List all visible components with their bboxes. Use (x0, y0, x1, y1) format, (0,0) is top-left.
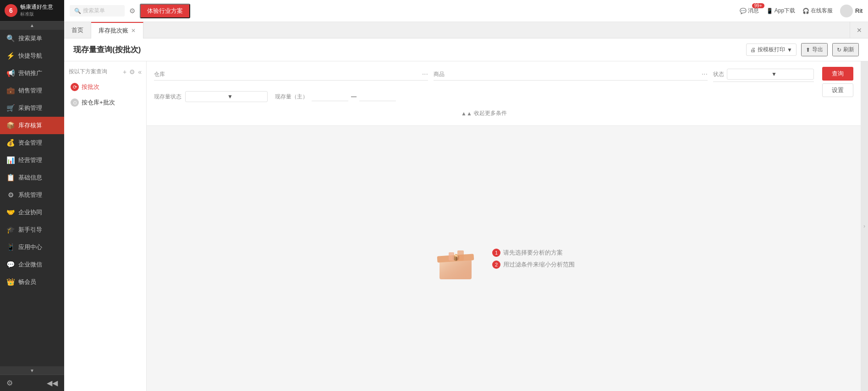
topbar: 🔍 搜索菜单 ⚙ 体验行业方案 💬 消息 99+ 📱 App下载 🎧 在线客服 … (64, 0, 868, 22)
tip-2-num: 2 (492, 261, 500, 269)
tab-home-label: 首页 (71, 26, 83, 34)
empty-tips: 1 请先选择要分析的方案 2 用过滤条件来缩小分析范围 (492, 249, 575, 269)
inventory-status-select[interactable]: ▼ (185, 91, 268, 102)
status-label: 状态 (713, 71, 724, 78)
sidebar-item-system[interactable]: ⚙ 系统管理 (0, 186, 64, 204)
system-icon: ⚙ (6, 191, 15, 199)
collapse-panel-icon[interactable]: « (138, 68, 142, 76)
template-print-label: 按模板打印 (758, 46, 785, 54)
inventory-qty-filter: 现存量（主） — (275, 92, 396, 101)
management-icon: 📊 (6, 156, 15, 164)
dropdown-arrow-icon: ▼ (787, 47, 792, 53)
company-name: 畅康通好生意 (20, 4, 53, 11)
filter-actions: 查询 设置 (822, 67, 853, 97)
refresh-button[interactable]: ↻ 刷新 (832, 43, 859, 56)
tab-batch-ledger[interactable]: 库存批次账 ✕ (91, 22, 143, 38)
printer-icon: 🖨 (750, 47, 756, 53)
refresh-label: 刷新 (843, 46, 854, 54)
sidebar-item-label: 营销推广 (18, 69, 42, 77)
collapse-filters-button[interactable]: ▲▲ 收起更多条件 (154, 107, 814, 120)
sidebar-item-management[interactable]: 📊 经营管理 (0, 152, 64, 169)
sidebar-item-marketing[interactable]: 📢 营销推广 (0, 65, 64, 82)
right-panel-toggle[interactable]: › (861, 61, 868, 391)
guide-icon: 🎓 (6, 226, 15, 234)
product-label: 商品 (434, 71, 445, 78)
sidebar-item-finance[interactable]: 💰 资金管理 (0, 134, 64, 152)
sidebar-bottom: ⚙ ◀◀ (0, 375, 64, 391)
plan-item-warehouse-batch[interactable]: ⊙ 按仓库+批次 (64, 95, 146, 110)
sidebar-item-purchase[interactable]: 🛒 采购管理 (0, 99, 64, 117)
sidebar-item-sales[interactable]: 💼 销售管理 (0, 82, 64, 99)
sidebar-item-apps[interactable]: 📱 应用中心 (0, 239, 64, 256)
sidebar-scroll-down[interactable]: ▼ (0, 366, 64, 375)
sidebar-item-shortcuts[interactable]: ⚡ 快捷导航 (0, 47, 64, 65)
panel-header: 按以下方案查询 + ⚙ « (64, 66, 146, 79)
purchase-icon: 🛒 (6, 104, 15, 112)
sidebar-item-guide[interactable]: 🎓 新手引导 (0, 221, 64, 239)
panel-header-label: 按以下方案查询 (69, 68, 107, 76)
plan-batch-icon: ⟳ (71, 83, 79, 91)
warehouse-filter: 仓库 ··· (154, 68, 428, 81)
tip-1-num: 1 (492, 249, 500, 257)
sidebar-item-label: 企业协同 (18, 208, 42, 217)
messages-badge: 99+ (752, 3, 764, 8)
warehouse-dots[interactable]: ··· (422, 70, 428, 78)
sidebar-item-collab[interactable]: 🤝 企业协同 (0, 204, 64, 221)
sidebar-header: 6 畅康通好生意 标准版 (0, 0, 64, 22)
svg-rect-4 (449, 252, 454, 261)
topbar-gear-icon[interactable]: ⚙ (129, 7, 135, 15)
settings-bottom-icon[interactable]: ⚙ (6, 379, 13, 387)
sidebar-scroll-up[interactable]: ▲ (0, 22, 64, 30)
marketing-icon: 📢 (6, 69, 15, 77)
settings-plan-icon[interactable]: ⚙ (129, 68, 135, 76)
inventory-qty-label: 现存量（主） (275, 93, 308, 101)
product-dots[interactable]: ··· (702, 70, 708, 78)
inventory-min-input[interactable] (312, 92, 348, 101)
sidebar-item-label: 销售管理 (18, 87, 42, 95)
sidebar-item-inventory[interactable]: 📦 库存核算 (0, 117, 64, 134)
inventory-max-input[interactable] (359, 92, 396, 101)
sidebar-item-vip[interactable]: 👑 畅会员 (0, 273, 64, 291)
sidebar-item-label: 库存核算 (18, 121, 42, 130)
sales-icon: 💼 (6, 87, 15, 95)
user-menu[interactable]: Rit (840, 5, 863, 17)
sidebar-item-search[interactable]: 🔍 搜索菜单 (0, 30, 64, 47)
sidebar-item-wechat[interactable]: 💬 企业微信 (0, 256, 64, 273)
tab-close-icon[interactable]: ✕ (131, 27, 136, 34)
page-header: 现存量查询(按批次) 🖨 按模板打印 ▼ ⬆ 导出 ↻ 刷新 (64, 38, 868, 61)
online-service-button[interactable]: 🎧 在线客服 (802, 7, 833, 15)
tab-batch-ledger-label: 库存批次账 (99, 27, 128, 35)
status-select[interactable]: ▼ (727, 69, 814, 80)
app-download-button[interactable]: 📱 App下载 (766, 7, 795, 15)
right-panel: 仓库 ··· 商品 ··· (147, 61, 861, 391)
sidebar-item-label: 资金管理 (18, 139, 42, 147)
app-info: 畅康通好生意 标准版 (20, 4, 53, 17)
inventory-icon: 📦 (6, 121, 15, 130)
wechat-icon: 💬 (6, 261, 15, 269)
finance-icon: 💰 (6, 139, 15, 147)
basics-icon: 📋 (6, 174, 15, 182)
sidebar-item-label: 基础信息 (18, 174, 42, 182)
product-input[interactable] (447, 71, 699, 77)
main-area: 🔍 搜索菜单 ⚙ 体验行业方案 💬 消息 99+ 📱 App下载 🎧 在线客服 … (64, 0, 868, 391)
status-filter: 状态 ▼ (713, 67, 814, 82)
search-menu-bar[interactable]: 🔍 搜索菜单 (70, 5, 125, 16)
warehouse-input[interactable] (168, 71, 419, 77)
query-button[interactable]: 查询 (822, 67, 853, 81)
tabbar-close-all-button[interactable]: ✕ (850, 22, 868, 38)
plan-warehouse-batch-label: 按仓库+批次 (82, 98, 115, 107)
tab-home[interactable]: 首页 (64, 22, 91, 38)
tip-item-1: 1 请先选择要分析的方案 (492, 249, 575, 257)
online-service-label: 在线客服 (811, 7, 833, 15)
messages-button[interactable]: 💬 消息 99+ (740, 7, 759, 15)
trial-button[interactable]: 体验行业方案 (140, 4, 190, 18)
template-print-button[interactable]: 🖨 按模板打印 ▼ (746, 43, 797, 56)
plan-item-batch[interactable]: ⟳ 按批次 (64, 79, 146, 95)
export-button[interactable]: ⬆ 导出 (801, 43, 828, 56)
sidebar-item-basics[interactable]: 📋 基础信息 (0, 169, 64, 186)
headset-icon: 🎧 (802, 8, 809, 14)
settings-button[interactable]: 设置 (822, 83, 853, 97)
apps-icon: 📱 (6, 243, 15, 251)
add-plan-icon[interactable]: + (123, 68, 126, 76)
collapse-sidebar-icon[interactable]: ◀◀ (47, 379, 58, 387)
